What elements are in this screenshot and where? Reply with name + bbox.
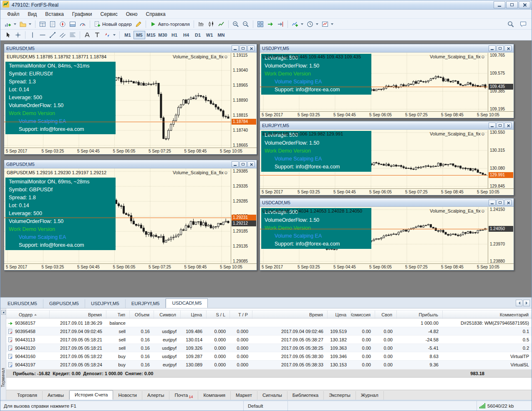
terminal-tab[interactable]: Журнал — [356, 391, 384, 400]
chart-area[interactable]: TerminalMonitor ON, 84ms, ~31msSymbol: E… — [4, 53, 257, 154]
column-header-commission[interactable]: Комиссия — [351, 311, 375, 319]
column-header-sl[interactable]: S / L — [207, 311, 230, 319]
status-profile-selector[interactable]: Default — [243, 401, 287, 411]
timeframe-mn[interactable]: MN — [215, 31, 227, 39]
chart-title-bar[interactable]: GBPUSDf,M5 — [4, 160, 257, 168]
chart-shift-button[interactable] — [275, 20, 285, 29]
chart-title-bar[interactable]: EURUSDf,M5 — [4, 44, 257, 53]
history-row[interactable]: 903954582017.09.04 09:02:45sell0.16usdjp… — [6, 327, 532, 336]
history-row[interactable]: 904431602017.09.05 05:18:22buy0.16usdjpy… — [6, 352, 532, 361]
trendline-button[interactable] — [48, 30, 58, 40]
history-row[interactable]: 904431132017.09.05 05:18:21sell0.16eurjp… — [6, 336, 532, 344]
terminal-close-button[interactable] — [1, 310, 6, 315]
menu-item-вид[interactable]: Вид — [24, 10, 41, 18]
chart-minimize-button[interactable] — [489, 123, 496, 128]
zoom-out-button[interactable] — [241, 20, 251, 29]
text-label-button[interactable] — [92, 30, 102, 40]
maximize-button[interactable] — [506, 1, 518, 8]
title-bar[interactable]: 479102: FortFS-Real — [0, 0, 532, 10]
terminal-tab[interactable]: Почта14 — [169, 391, 198, 400]
data-window-button[interactable] — [48, 20, 58, 29]
terminal-tab[interactable]: Новости — [113, 391, 142, 400]
chart-area[interactable]: Leverage: 500VolumeOrderFlow: 1.50Work D… — [260, 207, 514, 270]
terminal-button[interactable] — [68, 20, 78, 29]
arrows-button[interactable] — [102, 30, 117, 40]
column-header-comment[interactable]: Комментарий — [443, 311, 532, 319]
chart-area[interactable]: Leverage: 500VolumeOrderFlow: 1.50Work D… — [260, 53, 514, 118]
timeframe-m30[interactable]: M30 — [157, 31, 169, 39]
terminal-tab[interactable]: История Счета — [69, 390, 113, 400]
timeframe-h4[interactable]: H4 — [180, 31, 192, 39]
templates-button[interactable] — [320, 20, 335, 29]
horizontal-line-button[interactable] — [38, 30, 48, 40]
chart-title-bar[interactable]: EURJPYf,M5 — [260, 121, 514, 130]
market-watch-button[interactable] — [38, 20, 48, 29]
search-button[interactable] — [506, 20, 516, 29]
timeframe-d1[interactable]: D1 — [192, 31, 204, 39]
strategy-tester-button[interactable] — [78, 20, 88, 29]
chart-close-button[interactable] — [504, 45, 512, 51]
scroll-left-button[interactable] — [516, 300, 522, 306]
cursor-button[interactable] — [3, 30, 13, 40]
chart-minimize-button[interactable] — [489, 45, 496, 51]
timeframe-m5[interactable]: M5 — [134, 31, 145, 39]
candlestick-chart-button[interactable] — [206, 20, 216, 29]
bar-chart-button[interactable] — [196, 20, 206, 29]
scroll-right-button[interactable] — [523, 300, 530, 306]
chart-restore-button[interactable] — [497, 45, 504, 51]
column-header-profit[interactable]: Прибыль — [397, 311, 443, 319]
menu-item-сервис[interactable]: Сервис — [96, 10, 122, 18]
chart-restore-button[interactable] — [240, 45, 247, 51]
timeframe-h1[interactable]: H1 — [169, 31, 180, 39]
periods-button[interactable] — [305, 20, 320, 29]
menu-item-вставка[interactable]: Вставка — [41, 10, 68, 18]
menu-item-файл[interactable]: Файл — [3, 10, 24, 18]
column-header-swap[interactable]: Своп — [375, 311, 397, 319]
chart-minimize-button[interactable] — [232, 161, 239, 167]
column-header-tp[interactable]: T / P — [230, 311, 252, 319]
history-row[interactable]: 904431972017.09.05 05:18:24buy0.16eurjpy… — [6, 361, 532, 369]
zoom-in-button[interactable] — [231, 20, 241, 29]
column-header-volume[interactable]: Объем — [130, 311, 154, 319]
autotrading-button[interactable]: Авто-торговля — [148, 20, 192, 29]
column-header-close_price[interactable]: Цена — [328, 311, 351, 319]
menu-item-окно[interactable]: Окно — [122, 10, 142, 18]
text-button[interactable] — [82, 30, 92, 40]
fibonacci-button[interactable] — [68, 30, 78, 40]
line-chart-button[interactable] — [216, 20, 226, 29]
column-header-close_time[interactable]: Время — [252, 311, 328, 319]
chart-tab[interactable]: GBPUSDf,M5 — [43, 299, 85, 308]
vertical-line-button[interactable] — [28, 30, 38, 40]
column-header-open_time[interactable]: Время — [50, 311, 106, 319]
menu-item-справка[interactable]: Справка — [142, 10, 170, 18]
column-header-type[interactable]: Тип — [106, 311, 130, 319]
navigator-button[interactable] — [58, 20, 68, 29]
chart-title-bar[interactable]: USDJPYf,M5 — [260, 44, 514, 53]
auto-scroll-button[interactable] — [265, 20, 275, 29]
terminal-tab[interactable]: Маркет — [231, 391, 257, 400]
chart-area[interactable]: Leverage: 500VolumeOrderFlow: 1.50Work D… — [260, 130, 514, 195]
chart-title-bar[interactable]: USDCADf,M5 — [260, 198, 514, 207]
timeframe-w1[interactable]: W1 — [204, 31, 215, 39]
tile-windows-button[interactable] — [255, 20, 265, 29]
community-chat-button[interactable] — [518, 20, 528, 29]
chart-restore-button[interactable] — [240, 161, 247, 167]
new-order-button[interactable]: Новый ордер — [92, 20, 134, 29]
chart-restore-button[interactable] — [497, 123, 504, 128]
profiles-button[interactable] — [18, 20, 33, 29]
chart-minimize-button[interactable] — [232, 45, 239, 51]
chart-tab[interactable]: USDJPYf,M5 — [85, 299, 126, 308]
menu-item-графики[interactable]: Графики — [68, 10, 96, 18]
terminal-tab[interactable]: Алерты — [142, 391, 169, 400]
terminal-tab[interactable]: Компания — [198, 391, 231, 400]
channel-button[interactable] — [58, 30, 68, 40]
timeframe-m1[interactable]: M1 — [122, 31, 134, 39]
column-header-symbol[interactable]: Символ — [154, 311, 181, 319]
close-button[interactable] — [519, 1, 530, 8]
terminal-tab[interactable]: Торговля — [12, 391, 43, 400]
chart-area[interactable]: TerminalMonitor ON, 69ms, ~28msSymbol: G… — [4, 169, 257, 270]
chart-tab[interactable]: EURJPYf,M5 — [126, 299, 166, 308]
terminal-tab[interactable]: Активы — [43, 391, 69, 400]
chart-close-button[interactable] — [247, 161, 255, 167]
timeframe-m15[interactable]: M15 — [145, 31, 157, 39]
